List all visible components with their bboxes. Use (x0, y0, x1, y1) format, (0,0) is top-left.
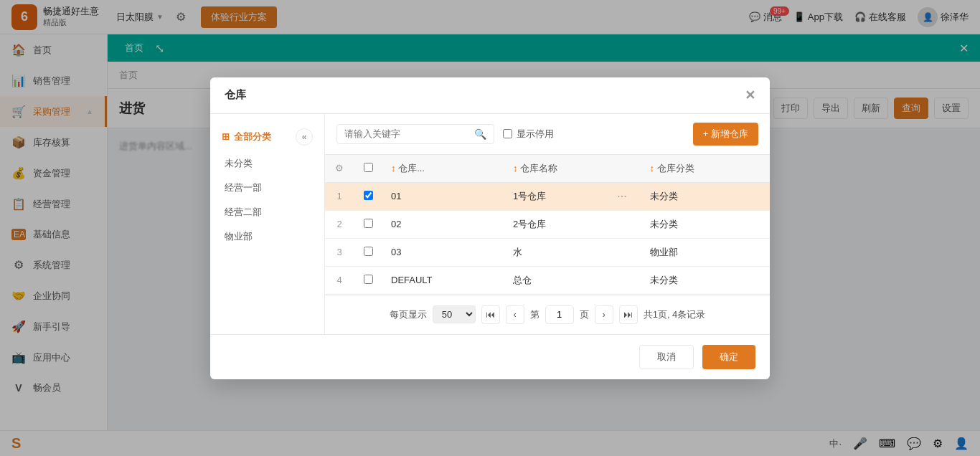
row-cb-0[interactable] (354, 182, 382, 210)
warehouse-table: ⚙ ↕ 仓库... ↕ (325, 155, 770, 295)
dialog-body: ⊞ 全部分类 « 未分类 经营一部 经营二部 物业部 (210, 114, 770, 334)
row-code-2: 03 (382, 238, 504, 266)
all-category-label: 全部分类 (234, 130, 271, 143)
per-page-label: 每页显示 (390, 308, 427, 321)
category-label-unclassified: 未分类 (225, 158, 253, 168)
all-category-header[interactable]: ⊞ 全部分类 « (210, 123, 324, 151)
category-item-ops2[interactable]: 经营二部 (210, 200, 324, 224)
col-header-code: ↕ 仓库... (382, 155, 504, 183)
dialog-footer: 取消 确定 (210, 334, 770, 379)
next-page-button[interactable]: › (595, 305, 613, 324)
row-code-1: 02 (382, 210, 504, 238)
table-toolbar: 🔍 显示停用 + 新增仓库 (325, 114, 770, 155)
grid-icon: ⊞ (222, 131, 230, 142)
row-name-3: 总仓 (504, 266, 641, 294)
category-label-property: 物业部 (225, 231, 253, 242)
page-label: 第 (530, 308, 540, 321)
last-page-button[interactable]: ⏭ (619, 305, 638, 324)
table-panel: 🔍 显示停用 + 新增仓库 ⚙ (325, 114, 770, 334)
row-category-2: 物业部 (641, 238, 770, 266)
per-page-select[interactable]: 50 100 (433, 305, 476, 323)
category-panel: ⊞ 全部分类 « 未分类 经营一部 经营二部 物业部 (210, 114, 325, 334)
table-row[interactable]: 2 02 2号仓库 未分类 (325, 210, 770, 238)
row-num-0: 1 (325, 182, 354, 210)
category-item-unclassified[interactable]: 未分类 (210, 151, 324, 176)
collapse-icon[interactable]: « (296, 128, 313, 146)
table-row[interactable]: 3 03 水 物业部 (325, 238, 770, 266)
dialog-overlay: 仓库 ✕ ⊞ 全部分类 « 未分类 经营一部 经营二部 (0, 0, 980, 456)
col-header-name: ↕ 仓库名称 (504, 155, 641, 183)
show-disabled-label: 显示停用 (503, 128, 554, 141)
total-record: 共1页, 4条记录 (644, 308, 706, 321)
row-category-0: 未分类 (641, 182, 770, 210)
table-row[interactable]: 4 DEFAULT 总仓 未分类 (325, 266, 770, 294)
row-cb-1[interactable] (354, 210, 382, 238)
cancel-button[interactable]: 取消 (639, 345, 694, 369)
sort-icon-3: ↕ (650, 163, 655, 174)
col-header-num: ⚙ (325, 155, 354, 183)
row-cb-3[interactable] (354, 266, 382, 294)
row-name-0: 1号仓库··· (504, 182, 641, 210)
table-wrapper: ⚙ ↕ 仓库... ↕ (325, 155, 770, 295)
confirm-button[interactable]: 确定 (702, 345, 755, 369)
warehouse-dialog: 仓库 ✕ ⊞ 全部分类 « 未分类 经营一部 经营二部 (210, 77, 770, 379)
search-input[interactable] (344, 128, 470, 139)
show-disabled-text: 显示停用 (517, 128, 554, 141)
row-num-3: 4 (325, 266, 354, 294)
show-disabled-checkbox[interactable] (503, 129, 512, 138)
category-item-property[interactable]: 物业部 (210, 224, 324, 249)
gear-col-icon[interactable]: ⚙ (335, 163, 344, 174)
sort-icon: ↕ (391, 163, 396, 174)
category-label-ops2: 经营二部 (225, 206, 262, 217)
col-header-category: ↕ 仓库分类 (641, 155, 770, 183)
row-name-1: 2号仓库 (504, 210, 641, 238)
row-category-3: 未分类 (641, 266, 770, 294)
search-icon: 🔍 (474, 128, 486, 140)
row-code-0: 01 (382, 182, 504, 210)
row-name-2: 水 (504, 238, 641, 266)
new-warehouse-button[interactable]: + 新增仓库 (693, 123, 758, 146)
dialog-header: 仓库 ✕ (210, 77, 770, 114)
row-code-3: DEFAULT (382, 266, 504, 294)
first-page-button[interactable]: ⏮ (481, 305, 500, 324)
category-item-ops1[interactable]: 经营一部 (210, 176, 324, 200)
select-all-checkbox[interactable] (364, 163, 373, 172)
search-box: 🔍 (336, 124, 494, 144)
page-input[interactable] (545, 305, 574, 324)
row-cb-2[interactable] (354, 238, 382, 266)
pagination: 每页显示 50 100 ⏮ ‹ 第 页 › ⏭ 共1页, 4条记录 (325, 295, 770, 334)
category-label-ops1: 经营一部 (225, 182, 262, 193)
table-row[interactable]: 1 01 1号仓库··· 未分类 (325, 182, 770, 210)
prev-page-button[interactable]: ‹ (506, 305, 524, 324)
row-category-1: 未分类 (641, 210, 770, 238)
col-header-cb (354, 155, 382, 183)
row-num-1: 2 (325, 210, 354, 238)
page-suffix: 页 (580, 308, 589, 321)
sort-icon-2: ↕ (513, 163, 518, 174)
dialog-title: 仓库 (225, 88, 246, 102)
dialog-close-icon[interactable]: ✕ (745, 87, 755, 103)
row-num-2: 3 (325, 238, 354, 266)
